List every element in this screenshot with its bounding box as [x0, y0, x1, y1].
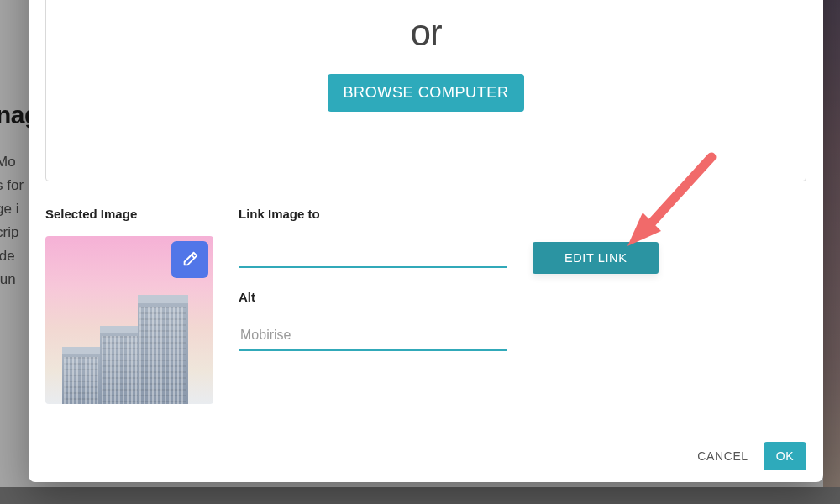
file-dropzone[interactable]: or BROWSE COMPUTER [45, 0, 806, 181]
image-selector-modal: or BROWSE COMPUTER Selected Image [29, 0, 823, 482]
link-image-input[interactable] [239, 236, 507, 268]
edit-image-button[interactable] [171, 241, 208, 278]
link-image-label: Link Image to [239, 207, 507, 221]
selected-image-thumbnail[interactable] [45, 236, 213, 404]
or-separator: or [410, 12, 441, 54]
edit-link-column: EDIT LINK [533, 207, 806, 404]
browse-computer-button[interactable]: BROWSE COMPUTER [328, 74, 523, 112]
edit-link-button[interactable]: EDIT LINK [533, 242, 659, 274]
ok-button[interactable]: OK [764, 442, 806, 470]
selected-image-label: Selected Image [45, 207, 213, 221]
alt-label: Alt [239, 290, 507, 304]
modal-footer: CANCEL OK [697, 442, 806, 470]
alt-input[interactable] [239, 319, 507, 351]
image-form-area: Selected Image Link Image to [45, 207, 806, 404]
image-fields-column: Link Image to Alt [239, 207, 507, 404]
pencil-icon [181, 250, 199, 269]
thumbnail-buildings [62, 295, 205, 404]
cancel-button[interactable]: CANCEL [697, 449, 748, 463]
selected-image-column: Selected Image [45, 207, 213, 404]
